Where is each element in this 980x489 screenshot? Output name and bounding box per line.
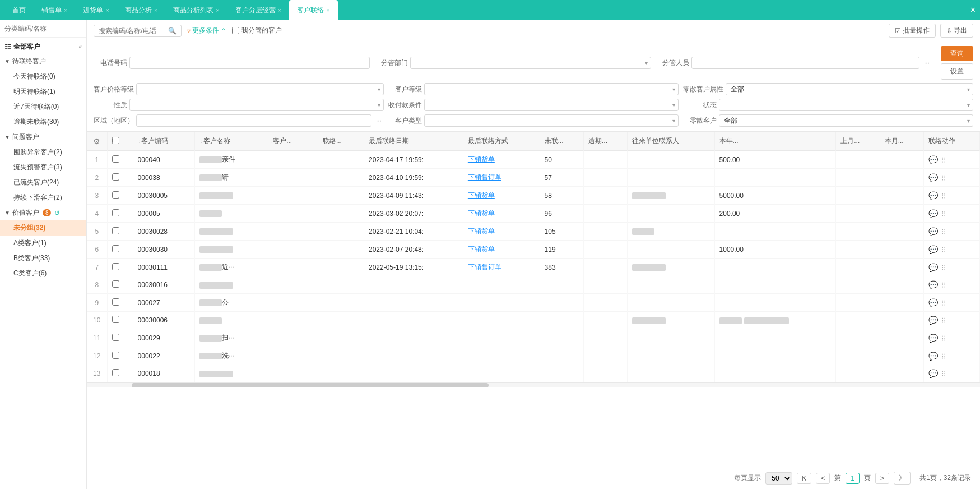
row-checkbox[interactable]: [112, 155, 119, 163]
close-icon[interactable]: ×: [326, 7, 329, 13]
grid-icon[interactable]: ⁝⁝: [941, 155, 946, 164]
row-checkbox[interactable]: [112, 369, 119, 376]
last-way-link[interactable]: 下销货单: [468, 155, 495, 163]
row-checkbox-cell[interactable]: [107, 294, 133, 312]
more-filters-btn[interactable]: ▿ 更多条件 ⌃: [187, 26, 226, 35]
select-all-checkbox[interactable]: [112, 137, 119, 144]
last-contact-way[interactable]: 下销货单: [463, 223, 540, 241]
sidebar-item-abnormal[interactable]: 囤购异常客户(2): [0, 145, 86, 160]
query-btn[interactable]: 查询: [941, 46, 973, 61]
nav-customer-segment[interactable]: 客户分层经营 ×: [227, 0, 289, 20]
last-way-link[interactable]: 下销货单: [468, 227, 495, 235]
customer-level-select[interactable]: [424, 83, 679, 95]
nav-analysis-list[interactable]: 商品分析列表 ×: [165, 0, 227, 20]
filter-search-input[interactable]: [99, 27, 166, 35]
last-contact-way[interactable]: 下销售订单: [463, 259, 540, 276]
close-icon[interactable]: ×: [64, 7, 67, 13]
row-checkbox[interactable]: [112, 191, 119, 199]
table-scroll-track[interactable]: [87, 382, 980, 387]
nav-analysis[interactable]: 商品分析 ×: [117, 0, 165, 20]
region-more-icon[interactable]: ···: [374, 117, 384, 124]
last-contact-way[interactable]: [463, 329, 540, 347]
table-scroll-thumb[interactable]: [132, 383, 489, 387]
last-contact-way[interactable]: [463, 312, 540, 329]
sidebar-item-b-class[interactable]: B类客户(33): [0, 251, 86, 266]
row-checkbox[interactable]: [112, 227, 119, 234]
row-checkbox-cell[interactable]: [107, 187, 133, 205]
sidebar-item-ungrouped[interactable]: 未分组(32): [0, 220, 86, 236]
sidebar-item-7days[interactable]: 近7天待联络(0): [0, 99, 86, 114]
grid-icon[interactable]: ⁝⁝: [941, 227, 946, 236]
customer-type-select[interactable]: [424, 114, 679, 127]
chat-icon[interactable]: 💬: [928, 191, 938, 200]
row-checkbox[interactable]: [112, 173, 119, 181]
chat-icon[interactable]: 💬: [928, 245, 938, 254]
nav-customer-contact[interactable]: 客户联络 ×: [289, 0, 337, 20]
filter-search-box[interactable]: 🔍: [94, 25, 182, 37]
my-customers-check[interactable]: [232, 27, 239, 34]
sidebar-item-declining[interactable]: 持续下滑客户(2): [0, 190, 86, 205]
region-input[interactable]: [136, 114, 371, 127]
last-way-link[interactable]: 下销货单: [468, 191, 495, 199]
row-checkbox[interactable]: [112, 209, 119, 216]
settings-icon[interactable]: ⚙: [93, 137, 100, 146]
payment-select[interactable]: [424, 99, 679, 111]
settings-col[interactable]: ⚙: [87, 132, 107, 151]
chat-icon[interactable]: 💬: [928, 369, 938, 378]
phone-input[interactable]: [129, 57, 370, 69]
first-page-btn[interactable]: K: [797, 473, 811, 484]
row-checkbox[interactable]: [112, 334, 119, 341]
export-btn[interactable]: ⇩ 导出: [940, 24, 973, 38]
close-icon[interactable]: ×: [105, 7, 109, 13]
last-contact-way[interactable]: 下销货单: [463, 151, 540, 169]
row-checkbox-cell[interactable]: [107, 329, 133, 347]
row-checkbox[interactable]: [112, 298, 119, 306]
sidebar-value-group[interactable]: ▼ 价值客户 8 ↺: [0, 205, 86, 220]
row-checkbox-cell[interactable]: [107, 169, 133, 187]
close-all-icon[interactable]: ×: [970, 5, 976, 15]
last-contact-way[interactable]: [463, 365, 540, 382]
batch-ops-btn[interactable]: ☑ 批量操作: [889, 24, 936, 38]
chat-icon[interactable]: 💬: [928, 155, 938, 164]
price-level-select[interactable]: [136, 83, 384, 95]
reset-btn[interactable]: 设置: [941, 63, 973, 80]
grid-icon[interactable]: ⁝⁝: [941, 263, 946, 272]
sidebar-item-churned[interactable]: 已流失客户(24): [0, 175, 86, 190]
last-contact-way[interactable]: 下销货单: [463, 205, 540, 223]
grid-icon[interactable]: ⁝⁝: [941, 369, 946, 378]
grid-icon[interactable]: ⁝⁝: [941, 298, 946, 307]
checkbox-col[interactable]: [107, 132, 133, 151]
nature-select[interactable]: [129, 99, 384, 111]
last-contact-way[interactable]: [463, 276, 540, 294]
chat-icon[interactable]: 💬: [928, 173, 938, 182]
grid-icon[interactable]: ⁝⁝: [941, 173, 946, 182]
sidebar-item-a-class[interactable]: A类客户(1): [0, 236, 86, 251]
row-checkbox[interactable]: [112, 263, 119, 270]
row-checkbox-cell[interactable]: [107, 223, 133, 241]
last-page-btn[interactable]: 》: [894, 472, 911, 485]
sidebar-search-input[interactable]: [4, 25, 87, 33]
chat-icon[interactable]: 💬: [928, 263, 938, 272]
grid-icon[interactable]: ⁝⁝: [941, 280, 946, 289]
close-icon[interactable]: ×: [278, 7, 281, 13]
sidebar-item-tomorrow[interactable]: 明天待联络(1): [0, 84, 86, 99]
row-checkbox-cell[interactable]: [107, 259, 133, 276]
row-checkbox-cell[interactable]: [107, 205, 133, 223]
grid-icon[interactable]: ⁝⁝: [941, 191, 946, 200]
last-contact-way[interactable]: 下销货单: [463, 241, 540, 259]
nav-sales[interactable]: 销售单 ×: [34, 0, 75, 20]
row-checkbox-cell[interactable]: [107, 312, 133, 329]
row-checkbox-cell[interactable]: [107, 151, 133, 169]
manager-more-icon[interactable]: ···: [922, 59, 932, 67]
last-contact-way[interactable]: [463, 347, 540, 365]
chat-icon[interactable]: 💬: [928, 280, 938, 289]
zero-customer-select[interactable]: 全部: [719, 114, 973, 127]
nav-home[interactable]: 首页: [4, 0, 34, 20]
sidebar-item-today[interactable]: 今天待联络(0): [0, 69, 86, 84]
my-customers-checkbox[interactable]: 我分管的客户: [232, 26, 282, 35]
chat-icon[interactable]: 💬: [928, 227, 938, 236]
grid-icon[interactable]: ⁝⁝: [941, 245, 946, 254]
filter-search-icon[interactable]: 🔍: [168, 27, 177, 35]
last-way-link[interactable]: 下销货单: [468, 209, 495, 217]
last-way-link[interactable]: 下销售订单: [468, 263, 501, 271]
